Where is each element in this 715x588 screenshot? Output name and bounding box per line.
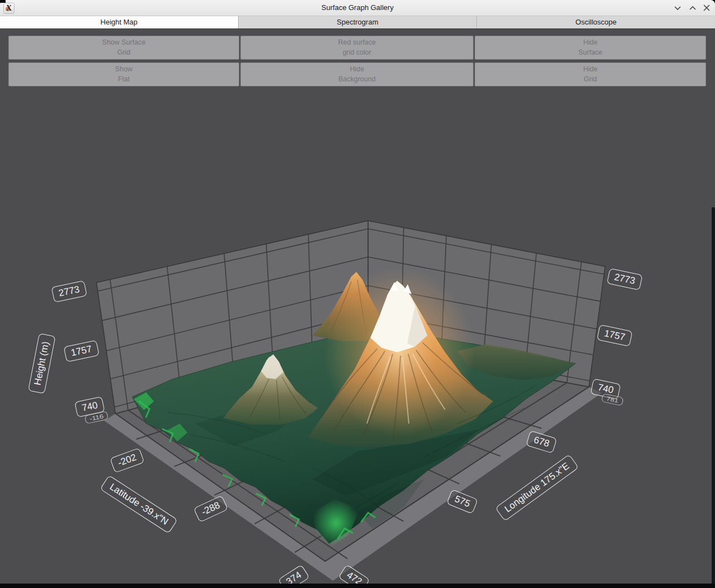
button-label: Flat [9, 75, 239, 85]
tab-oscilloscope[interactable]: Oscilloscope [477, 16, 715, 28]
tab-spectrogram[interactable]: Spectrogram [239, 16, 477, 28]
button-label: Hide [241, 65, 473, 75]
show-flat-button[interactable]: Show Flat [8, 62, 239, 86]
button-label: Red surface [241, 38, 473, 48]
button-label: Hide [475, 65, 706, 75]
tab-height-map[interactable]: Height Map [0, 16, 239, 28]
button-label: Show [9, 65, 239, 75]
close-icon[interactable] [702, 3, 712, 12]
button-label: grid color [241, 48, 473, 58]
red-surface-grid-color-button[interactable]: Red surface grid color [240, 36, 474, 60]
surface-plot-3d[interactable]: Height (m) 2773 1757 740 -116 2773 1757 … [0, 89, 715, 584]
hide-background-button[interactable]: Hide Background [240, 62, 474, 86]
hide-grid-button[interactable]: Hide Grid [475, 62, 706, 86]
button-label: Grid [9, 48, 239, 58]
desktop-corner-notch [0, 0, 6, 3]
button-label: Hide [475, 38, 706, 48]
button-label: Surface [475, 48, 706, 58]
titlebar[interactable]: X Surface Graph Gallery [0, 0, 715, 16]
desktop-strip-right [712, 207, 715, 584]
window-title: Surface Graph Gallery [0, 0, 715, 16]
tab-bar: Height Map Spectrogram Oscilloscope [0, 16, 715, 29]
button-label: Grid [475, 75, 706, 85]
app-window: X Surface Graph Gallery Height Map Spect… [0, 0, 715, 584]
show-surface-grid-button[interactable]: Show Surface Grid [8, 36, 239, 60]
maximize-icon[interactable] [688, 3, 698, 12]
minimize-icon[interactable] [673, 3, 683, 12]
button-label: Background [241, 75, 473, 85]
hide-surface-button[interactable]: Hide Surface [475, 36, 706, 60]
desktop-strip-bottom [0, 584, 715, 588]
button-label: Show Surface [9, 38, 239, 48]
